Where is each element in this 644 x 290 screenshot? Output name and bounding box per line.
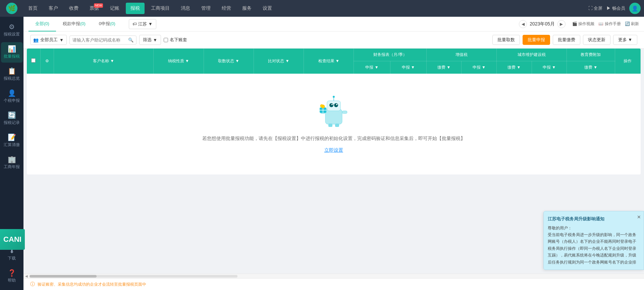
toolbar-right: 批量取数批量申报批量缴费状态更新更多 ▼ — [492, 35, 637, 45]
month-navigation: ◀ 2023年05月 ▶ — [519, 20, 566, 28]
next-month-btn[interactable]: ▶ — [557, 20, 566, 28]
prev-month-btn[interactable]: ◀ — [519, 20, 527, 28]
checkbox-label[interactable]: 名下账套 — [164, 37, 187, 43]
tab-count-0: (0) — [44, 21, 49, 26]
th-fetch-status: 取数状态 ▼ — [204, 49, 254, 74]
batch-tax-icon: 📊 — [8, 46, 16, 52]
nav-item-工商项目[interactable]: 工商项目 — [146, 3, 174, 14]
svg-point-14 — [320, 104, 323, 107]
notification-content: 受当前电子税务局进一步升级的影响，同一个政务网账号（办税人）名下的企业不能再同时… — [548, 231, 640, 266]
th-education-tax: 教育费附加 — [567, 49, 615, 61]
bottom-bar: ⓘ 验证账密、采集信息均成功的企业才会流转至批量报税页面中 — [23, 278, 644, 290]
nav-item-设置[interactable]: 设置 — [258, 3, 277, 14]
new-badge: NEW — [94, 3, 103, 8]
notification-close-btn[interactable]: ✕ — [637, 213, 641, 221]
video-action[interactable]: 🎬 操作视频 — [572, 21, 594, 27]
toolbar: 👥 全部员工 ▼ 🔍 筛选 ▼ 名下账套 批量取 — [23, 31, 644, 49]
nav-item-服务[interactable]: 服务 — [237, 3, 256, 14]
setup-link-text[interactable]: 立即设置 — [324, 147, 343, 153]
toolbar-btn-3[interactable]: 状态更新 — [583, 35, 610, 45]
avatar[interactable]: 👤 — [629, 3, 641, 14]
accounts-checkbox[interactable] — [164, 38, 168, 42]
tabs-row: 全部(0)税款申报(0)0申报(0) 🏷 江苏 ▼ ◀ 2023年05月 ▶ 🎬… — [23, 17, 644, 31]
sidebar-label-tax-overview: 报税总览 — [4, 76, 20, 81]
svg-point-3 — [334, 103, 338, 107]
toolbar-left: 👥 全部员工 ▼ 🔍 筛选 ▼ 名下账套 — [30, 35, 489, 45]
toolbar-btn-1[interactable]: 批量申报 — [523, 35, 550, 45]
sidebar-item-personal-tax[interactable]: 👤个税申报 — [1, 86, 23, 107]
th-city-pay: 缴费 ▼ — [497, 61, 532, 74]
employee-icon: 👥 — [33, 38, 39, 43]
nav-items: 首页客户收费票据NEW记账报税工商项目消息管理经营服务设置 — [23, 3, 588, 14]
nav-item-记账[interactable]: 记账 — [105, 3, 124, 14]
toolbar-btn-2[interactable]: 批量缴费 — [553, 35, 580, 45]
toolbar-btn-4[interactable]: 更多 ▼ — [613, 35, 637, 45]
scrollbar-thumb — [30, 275, 97, 278]
svg-rect-9 — [342, 111, 347, 114]
employee-label: 全部员工 — [40, 37, 58, 43]
sidebar-item-annual-report[interactable]: 🏢工商年报 — [1, 153, 23, 173]
employee-chevron: ▼ — [59, 38, 64, 43]
toolbar-btn-0[interactable]: 批量取数 — [492, 35, 520, 45]
nav-item-客户[interactable]: 客户 — [44, 3, 63, 14]
search-box: 🔍 — [69, 35, 137, 45]
sidebar-item-batch-tax[interactable]: 📊批量报税 — [1, 42, 23, 63]
sidebar-item-help[interactable]: ❓帮助 — [1, 266, 23, 287]
nav-item-报税[interactable]: 报税 — [126, 3, 145, 14]
notification-panel: ✕ 江苏电子税务局升级影响通知 尊敬的用户： 受当前电子税务局进一步升级的影响，… — [543, 211, 644, 270]
th-customer-name: 客户名称 ▼ — [54, 49, 154, 74]
th-city-tax: 城市维护建设税 — [497, 49, 567, 61]
settlement-icon: 📝 — [8, 134, 16, 141]
data-table: ⚙ 客户名称 ▼ 纳税性质 ▼ 取数状态 ▼ 比对状态 ▼ 检查结果 ▼ 财务报… — [27, 49, 641, 174]
sidebar-item-settlement[interactable]: 📝汇算清缴 — [1, 131, 23, 151]
th-checkbox — [27, 49, 40, 74]
setup-link[interactable]: 立即设置 — [324, 146, 343, 154]
scrollbar-track[interactable] — [30, 275, 237, 278]
tab-count-1: (0) — [80, 21, 86, 26]
employee-select[interactable]: 👥 全部员工 ▼ — [30, 35, 67, 45]
th-financial-declare: 申报 ▼ — [354, 61, 390, 74]
logo-icon: 🌿 — [6, 3, 17, 14]
search-input[interactable] — [72, 38, 126, 43]
svg-rect-15 — [328, 124, 332, 127]
info-icon: ⓘ — [30, 281, 35, 287]
refresh-action[interactable]: 🔄 刷新 — [625, 21, 639, 27]
tab-1[interactable]: 税款申报(0) — [56, 17, 92, 31]
member-btn[interactable]: ▶ 畅会员 — [606, 5, 625, 11]
select-all-checkbox[interactable] — [31, 58, 36, 63]
manual-action[interactable]: 📖 操作手册 — [598, 21, 621, 27]
empty-state: 若您想使用批量报税功能，请先在【报税设置】中进行报税的初始化设置，完成密码验证和… — [27, 74, 641, 174]
sidebar-item-tax-settings[interactable]: ⚙报税设置 — [1, 20, 23, 41]
notification-title: 江苏电子税务局升级影响通知 — [548, 215, 640, 223]
tab-2[interactable]: 0申报(0) — [92, 17, 122, 31]
sidebar-label-tax-settings: 报税设置 — [4, 31, 20, 37]
tab-count-2: (0) — [110, 21, 115, 26]
th-financial-report: 财务报表（月/季） — [354, 49, 427, 61]
th-operation: 操作 — [615, 49, 640, 74]
nav-item-收费[interactable]: 收费 — [64, 3, 83, 14]
empty-message: 若您想使用批量报税功能，请先在【报税设置】中进行报税的初始化设置，完成密码验证和… — [202, 134, 465, 143]
svg-point-4 — [331, 104, 333, 105]
sidebar-item-tax-overview[interactable]: 📋报税总览 — [1, 64, 23, 85]
filter-button[interactable]: 筛选 ▼ — [139, 35, 161, 45]
fullscreen-btn[interactable]: ⛶ 全屏 — [588, 5, 603, 11]
tax-overview-icon: 📋 — [8, 68, 16, 74]
sidebar-label-personal-tax: 个税申报 — [4, 98, 20, 103]
th-check-result: 检查结果 ▼ — [304, 49, 354, 74]
sidebar-item-tax-records[interactable]: 🔄报税记录 — [1, 108, 23, 129]
sidebar-label-batch-tax: 批量报税 — [4, 54, 20, 59]
tabs-group: 全部(0)税款申报(0)0申报(0) — [29, 17, 122, 31]
nav-item-消息[interactable]: 消息 — [176, 3, 195, 14]
nav-item-票据[interactable]: 票据NEW — [85, 3, 104, 14]
tab-0[interactable]: 全部(0) — [29, 17, 56, 31]
sidebar-label-annual-report: 工商年报 — [4, 164, 20, 170]
nav-item-首页[interactable]: 首页 — [23, 3, 42, 14]
th-vat: 增值税 — [426, 49, 496, 61]
horizontal-scrollbar[interactable]: ◀ — [23, 274, 644, 278]
nav-item-管理[interactable]: 管理 — [197, 3, 215, 14]
th-city-declare: 申报 ▼ — [462, 61, 497, 74]
nav-item-经营[interactable]: 经营 — [217, 3, 236, 14]
tax-records-icon: 🔄 — [8, 112, 16, 119]
province-selector[interactable]: 🏷 江苏 ▼ — [129, 19, 156, 29]
logo[interactable]: 🌿 — [3, 0, 20, 17]
